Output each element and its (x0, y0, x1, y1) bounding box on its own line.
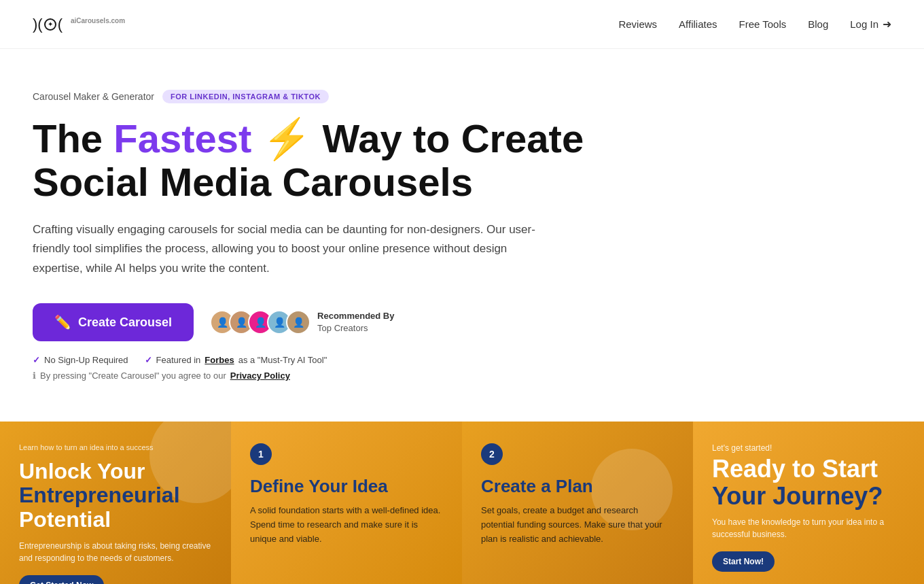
preview-card-1: Learn how to turn an idea into a success… (0, 422, 231, 584)
create-btn-icon: ✏️ (54, 314, 71, 330)
logo-bracket-left: )( (33, 16, 43, 33)
card-4-eyebrow: Let's get started! (712, 443, 905, 453)
hero-title-lightning: ⚡ (251, 116, 311, 160)
recommended-sub: Top Creators (317, 323, 368, 333)
card-4-title-2: Your Journey? (712, 483, 905, 510)
hero-title-pre: The (33, 116, 113, 160)
logo-bracket-right: ( (58, 16, 63, 33)
privacy-policy-link[interactable]: Privacy Policy (230, 371, 290, 381)
avatar-5: 👤 (286, 310, 310, 334)
create-carousel-button[interactable]: ✏️ Create Carousel (33, 303, 194, 341)
card-4-content: Let's get started! Ready to Start Your J… (693, 422, 924, 584)
card-3-number: 2 (481, 443, 503, 465)
nav-links: Reviews Affiliates Free Tools Blog Log I… (618, 14, 891, 34)
card-1-title: Unlock Your Entrepreneurial Potential (19, 460, 212, 532)
hero-subtitle: Carousel Maker & Generator (33, 91, 154, 102)
logo[interactable]: )( ✦ ( aiCarousels.com (33, 14, 125, 35)
hero-section: Carousel Maker & Generator FOR LINKEDIN,… (0, 49, 679, 408)
preview-section: Learn how to turn an idea into a success… (0, 422, 924, 584)
card-1-title-2: Entrepreneurial (19, 483, 212, 507)
card-3-content: 2 Create a Plan Set goals, create a budg… (462, 422, 693, 584)
preview-card-2: 1 Define Your Idea A solid foundation st… (231, 422, 462, 584)
hero-badge: FOR LINKEDIN, INSTAGRAM & TIKTOK (162, 90, 329, 103)
preview-card-4: Let's get started! Ready to Start Your J… (693, 422, 924, 584)
nav-affiliates[interactable]: Affiliates (679, 14, 717, 34)
info-icon: ℹ (33, 371, 36, 381)
check-featured-pre: Featured in (156, 355, 201, 365)
check-label-1: No Sign-Up Required (44, 355, 128, 365)
navbar: )( ✦ ( aiCarousels.com Reviews Affiliate… (0, 0, 924, 49)
recommended-row: 👤 👤 👤 👤 👤 Recommended By Top Creators (210, 310, 394, 334)
forbes-link[interactable]: Forbes (205, 355, 234, 365)
check-icon-2: ✓ (145, 355, 152, 365)
nav-free-tools[interactable]: Free Tools (739, 18, 786, 30)
privacy-pre: By pressing "Create Carousel" you agree … (40, 371, 226, 381)
logo-text: aiCarousels.com (71, 17, 125, 31)
hero-title: The Fastest ⚡ Way to Create Social Media… (33, 117, 647, 204)
check-featured-post: as a "Must-Try AI Tool" (238, 355, 327, 365)
check-forbes: ✓ Featured in Forbes as a "Must-Try AI T… (145, 355, 327, 365)
card-3-step-title: Create a Plan (481, 476, 674, 497)
card-1-cta[interactable]: Get Started Now (19, 575, 104, 584)
card-3-step-body: Set goals, create a budget and research … (481, 504, 674, 546)
check-no-signup: ✓ No Sign-Up Required (33, 355, 128, 365)
hero-description: Crafting visually engaging carousels for… (33, 220, 535, 279)
nav-blog[interactable]: Blog (808, 18, 828, 30)
check-icon-1: ✓ (33, 355, 40, 365)
card-2-step-title: Define Your Idea (250, 476, 443, 497)
card-1-eyebrow: Learn how to turn an idea into a success (19, 443, 212, 451)
card-2-step-body: A solid foundation starts with a well-de… (250, 504, 443, 546)
logo-icon: )( ✦ ( (33, 14, 65, 35)
avatar-group: 👤 👤 👤 👤 👤 (210, 310, 310, 334)
card-4-body: You have the knowledge to turn your idea… (712, 516, 905, 540)
create-btn-label: Create Carousel (78, 315, 172, 330)
nav-reviews[interactable]: Reviews (618, 18, 657, 30)
card-2-content: 1 Define Your Idea A solid foundation st… (231, 422, 462, 584)
nav-login[interactable]: Log In ➜ (850, 18, 891, 31)
cta-row: ✏️ Create Carousel 👤 👤 👤 👤 👤 Recommended… (33, 303, 647, 341)
card-2-number: 1 (250, 443, 272, 465)
recommended-label: Recommended By (317, 310, 394, 322)
logo-star: ✦ (44, 18, 56, 31)
checks-row: ✓ No Sign-Up Required ✓ Featured in Forb… (33, 355, 647, 365)
hero-subtitle-row: Carousel Maker & Generator FOR LINKEDIN,… (33, 90, 647, 103)
privacy-row: ℹ By pressing "Create Carousel" you agre… (33, 371, 647, 381)
card-1-body: Entrepreneurship is about taking risks, … (19, 540, 212, 564)
preview-card-3: 2 Create a Plan Set goals, create a budg… (462, 422, 693, 584)
card-1-content: Learn how to turn an idea into a success… (0, 422, 231, 584)
hero-title-fastest: Fastest (113, 116, 251, 160)
card-4-cta[interactable]: Start Now! (712, 551, 775, 572)
recommended-text: Recommended By Top Creators (317, 310, 394, 334)
login-arrow-icon: ➜ (883, 18, 891, 31)
card-4-title: Ready to Start Your Journey? (712, 456, 905, 509)
